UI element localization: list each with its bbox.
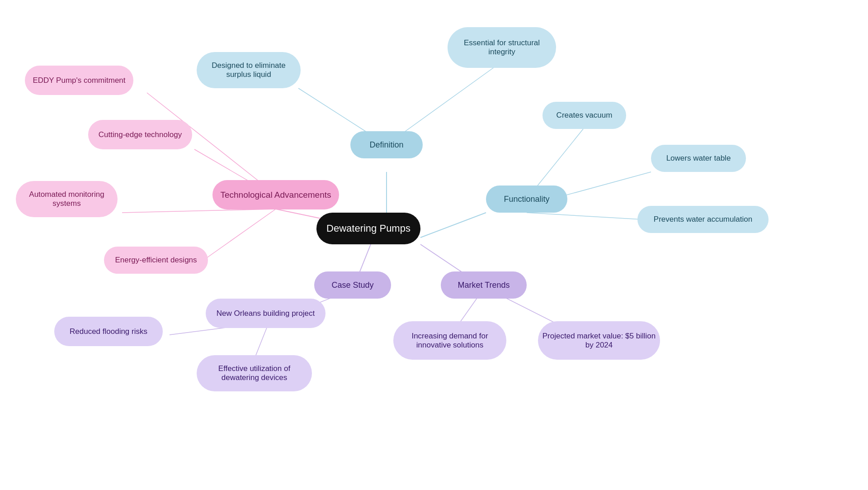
prevents-water-accumulation-node[interactable]: Prevents water accumulation (637, 206, 769, 233)
new-orleans-node[interactable]: New Orleans building project (206, 299, 326, 328)
market-trends-node[interactable]: Market Trends (441, 271, 527, 299)
definition-node[interactable]: Definition (350, 131, 423, 158)
tech-advancements-node[interactable]: Technological Advancements (212, 180, 339, 209)
center-label: Dewatering Pumps (326, 223, 410, 234)
reduced-flooding-node[interactable]: Reduced flooding risks (54, 317, 163, 346)
cutting-edge-node[interactable]: Cutting-edge technology (88, 120, 192, 149)
eddy-commitment-node[interactable]: EDDY Pump's commitment (25, 66, 133, 95)
svg-line-9 (527, 213, 642, 219)
creates-vacuum-node[interactable]: Creates vacuum (542, 102, 626, 129)
automated-monitoring-node[interactable]: Automated monitoring systems (16, 181, 118, 217)
projected-market-node[interactable]: Projected market value: $5 billion by 20… (538, 321, 660, 360)
case-study-node[interactable]: Case Study (314, 271, 391, 299)
designed-to-eliminate-node[interactable]: Designed to eliminate surplus liquid (197, 52, 301, 88)
increasing-demand-node[interactable]: Increasing demand for innovative solutio… (393, 321, 506, 360)
essential-structural-node[interactable]: Essential for structural integrity (448, 27, 556, 68)
svg-line-12 (122, 209, 276, 213)
functionality-node[interactable]: Functionality (486, 186, 567, 213)
svg-line-1 (420, 213, 486, 238)
lowers-water-table-node[interactable]: Lowers water table (651, 145, 746, 172)
energy-efficient-node[interactable]: Energy-efficient designs (104, 247, 208, 274)
center-node[interactable]: Dewatering Pumps (316, 213, 420, 244)
effective-utilization-node[interactable]: Effective utilization of dewatering devi… (197, 355, 312, 391)
svg-line-13 (203, 209, 276, 260)
